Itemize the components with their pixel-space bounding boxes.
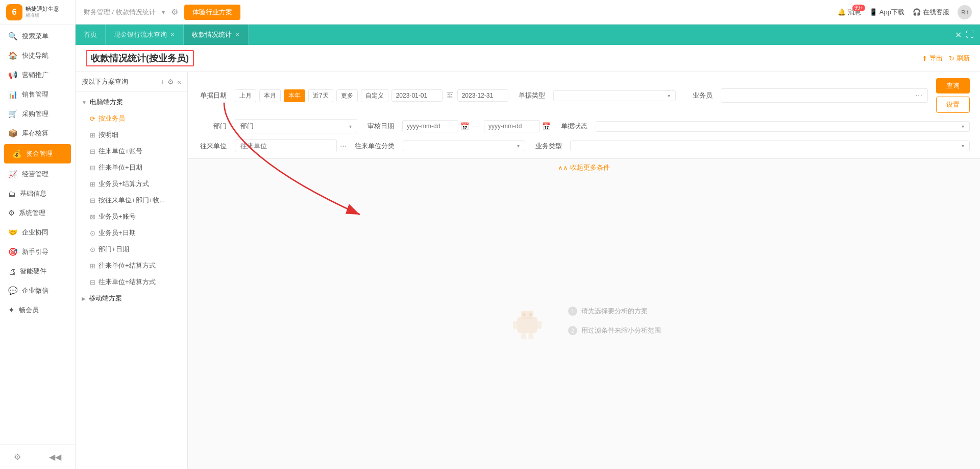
sidebar-item-quick-nav[interactable]: 🏠 快捷导航 [0, 46, 75, 65]
panel-collapse-button[interactable]: « [177, 78, 181, 86]
doc-status-label: 单据状态 [559, 122, 587, 131]
partner-more-icon[interactable]: ··· [340, 142, 347, 151]
sidebar-collapse-btn[interactable]: ◀◀ [46, 449, 64, 465]
review-date-start-input[interactable] [402, 120, 458, 132]
trial-button[interactable]: 体验行业方案 [184, 5, 240, 20]
sidebar-item-wechat[interactable]: 💬 企业微信 [0, 281, 75, 300]
tab-bank-flow[interactable]: 现金银行流水查询 ✕ [106, 25, 184, 45]
calendar-end-icon[interactable]: 📅 [542, 122, 551, 130]
online-service-button[interactable]: 🎧 在线客服 [913, 8, 949, 17]
refresh-button[interactable]: ↻ 刷新 [949, 54, 970, 63]
filter-row-1: 单据日期 上月 本月 本年 近7天 更多 自定义 至 单据类型 [198, 78, 970, 113]
sidebar-nav: 🔍 搜索菜单 🏠 快捷导航 📢 营销推广 📊 销售管理 🛒 采购管理 📦 库存核… [0, 25, 75, 444]
filter-settings-button[interactable]: 设置 [936, 97, 970, 113]
tab-close-all-icon[interactable]: ✕ [955, 30, 962, 40]
sidebar-item-search[interactable]: 🔍 搜索菜单 [0, 27, 75, 46]
tab-bank-flow-close-icon[interactable]: ✕ [170, 31, 175, 38]
member-icon: ✦ [8, 306, 15, 315]
date-btn-this-year[interactable]: 本年 [284, 89, 305, 102]
sidebar-settings-btn[interactable]: ⚙ [11, 449, 24, 465]
partner-category-select[interactable]: ▾ [403, 140, 525, 151]
tree-mobile-arrow-icon: ▶ [82, 296, 86, 301]
marketing-icon: 📢 [8, 71, 18, 80]
sidebar-label-member: 畅会员 [19, 306, 39, 315]
sidebar-label-basic: 基础信息 [20, 189, 46, 198]
dept-date-icon: ⊙ [90, 246, 95, 253]
calendar-start-icon[interactable]: 📅 [460, 122, 469, 130]
salesperson-select[interactable]: ··· [721, 88, 928, 103]
doc-status-select[interactable]: ▾ [596, 121, 970, 132]
tree-item-partner-account[interactable]: ⊟ 往来单位+账号 [76, 143, 187, 159]
date-end-input[interactable] [457, 89, 508, 102]
tab-collection-stat-close-icon[interactable]: ✕ [235, 31, 240, 38]
tab-collection-stat[interactable]: 收款情况统计 ✕ [184, 25, 249, 45]
sidebar-item-sales[interactable]: 📊 销售管理 [0, 85, 75, 104]
app-download-button[interactable]: 📱 App下载 [869, 8, 904, 17]
tree-item-salesperson-account[interactable]: ⊠ 业务员+账号 [76, 208, 187, 225]
date-btn-last-month[interactable]: 上月 [235, 89, 256, 102]
tree-item-by-product[interactable]: ⊞ 按明细 [76, 127, 187, 143]
inventory-icon: 📦 [8, 129, 18, 138]
user-avatar[interactable]: Rit [958, 5, 972, 19]
tree-item-partner-date[interactable]: ⊟ 往来单位+日期 [76, 159, 187, 176]
review-date-end-input[interactable] [484, 120, 540, 132]
collapse-bar[interactable]: ∧∧ 收起更多条件 [188, 159, 980, 176]
query-button[interactable]: 查询 [936, 78, 970, 93]
sidebar-item-system[interactable]: ⚙ 系统管理 [0, 203, 75, 223]
tree-item-salesperson-payment[interactable]: ⊞ 业务员+结算方式 [76, 176, 187, 192]
guide-icon: 🎯 [8, 247, 18, 256]
date-btn-this-month[interactable]: 本月 [259, 89, 281, 102]
date-btn-7-days[interactable]: 近7天 [308, 89, 333, 102]
date-separator: 至 [447, 91, 453, 100]
tree-item-salesperson-date[interactable]: ⊙ 业务员+日期 [76, 225, 187, 241]
date-btn-more[interactable]: 更多 [336, 89, 358, 102]
biz-type-select[interactable]: ▾ [570, 140, 970, 151]
tab-home[interactable]: 首页 [76, 25, 106, 45]
tree-item-partner-payment2[interactable]: ⊟ 往来单位+结算方式 [76, 274, 187, 290]
content-body: 按以下方案查询 + ⚙ « ▼ 电脑端方案 ⟳ 按业务员 [76, 72, 980, 469]
username-label: Rit [961, 9, 968, 15]
sidebar-item-purchase[interactable]: 🛒 采购管理 [0, 104, 75, 124]
date-start-input[interactable] [391, 89, 443, 102]
tab-home-label: 首页 [84, 30, 97, 39]
tab-bank-flow-label: 现金银行流水查询 [114, 30, 167, 39]
tree-item-partner-date-label: 往来单位+日期 [99, 163, 142, 172]
right-panel: 单据日期 上月 本月 本年 近7天 更多 自定义 至 单据类型 [188, 72, 980, 469]
message-button[interactable]: 🔔 消息 99+ [838, 8, 861, 17]
tree-item-by-salesperson[interactable]: ⟳ 按业务员 [76, 110, 187, 127]
date-btn-custom[interactable]: 自定义 [361, 89, 388, 102]
breadcrumb-chevron-icon[interactable]: ▾ [162, 9, 165, 16]
salesperson-more-icon[interactable]: ··· [916, 91, 922, 100]
tree-item-partner-payment1[interactable]: ⊞ 往来单位+结算方式 [76, 257, 187, 274]
tree-item-partner-dept-collection[interactable]: ⊟ 按往来单位+部门+收... [76, 192, 187, 208]
header-gear-icon[interactable]: ⚙ [171, 7, 178, 17]
sidebar-item-operations[interactable]: 📈 经营管理 [0, 165, 75, 184]
doc-type-chevron-icon: ▾ [668, 93, 670, 99]
sidebar-item-inventory[interactable]: 📦 库存核算 [0, 124, 75, 143]
panel-add-button[interactable]: + [160, 78, 164, 86]
sidebar-label-finance: 资金管理 [26, 149, 53, 158]
tree-mobile-parent[interactable]: ▶ 移动端方案 [76, 290, 187, 307]
salesperson-account-icon: ⊠ [90, 213, 95, 221]
panel-settings-button[interactable]: ⚙ [167, 78, 174, 86]
sidebar-item-member[interactable]: ✦ 畅会员 [0, 300, 75, 320]
sidebar-item-finance[interactable]: 💰 资金管理 [4, 144, 71, 163]
tree-item-dept-date[interactable]: ⊙ 部门+日期 [76, 241, 187, 257]
dept-select[interactable]: 部门 ▾ [235, 119, 357, 133]
doc-type-select[interactable]: ▾ [553, 90, 676, 101]
tree-desktop-parent[interactable]: ▼ 电脑端方案 [76, 94, 187, 110]
tab-expand-icon[interactable]: ⛶ [966, 30, 974, 39]
dept-value: 部门 [240, 122, 254, 131]
page-title: 收款情况统计(按业务员) [86, 50, 194, 66]
empty-tip-2-label: 用过滤条件来缩小分析范围 [581, 326, 661, 335]
sidebar-item-hardware[interactable]: 🖨 智能硬件 [0, 262, 75, 281]
partner-input[interactable] [235, 139, 337, 152]
sidebar-label-system: 系统管理 [19, 208, 45, 218]
tree-item-salesperson-payment-label: 业务员+结算方式 [99, 179, 149, 189]
sidebar-label-quick-nav: 快捷导航 [22, 51, 48, 60]
sidebar-item-guide[interactable]: 🎯 新手引导 [0, 242, 75, 262]
sidebar-item-corp[interactable]: 🤝 企业协同 [0, 223, 75, 242]
sidebar-item-marketing[interactable]: 📢 营销推广 [0, 65, 75, 85]
sidebar-item-basic[interactable]: 🗂 基础信息 [0, 184, 75, 203]
export-button[interactable]: ⬆ 导出 [922, 54, 943, 63]
